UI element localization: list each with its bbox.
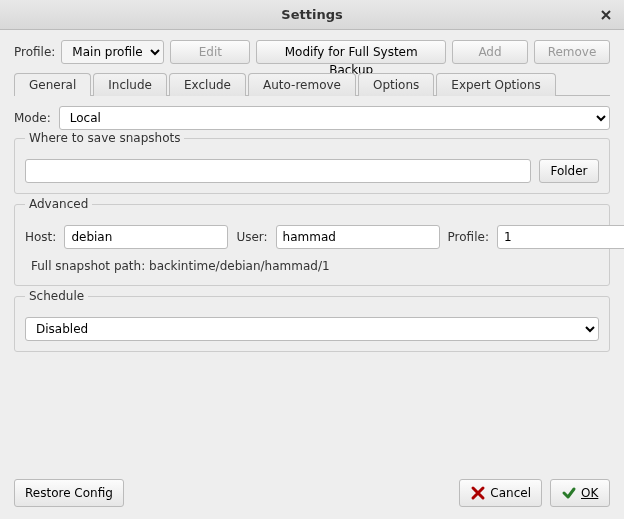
host-input[interactable]	[64, 225, 228, 249]
user-input[interactable]	[276, 225, 440, 249]
tab-include[interactable]: Include	[93, 73, 167, 96]
profile-id-input[interactable]	[497, 225, 624, 249]
modify-button[interactable]: Modify for Full System Backup	[256, 40, 446, 64]
window-title: Settings	[281, 7, 342, 22]
close-icon[interactable]	[598, 7, 614, 23]
ok-icon	[561, 485, 577, 501]
ok-label: OK	[581, 484, 598, 502]
restore-config-button[interactable]: Restore Config	[14, 479, 124, 507]
full-path-text: Full snapshot path: backintime/debian/ha…	[25, 257, 599, 275]
add-button[interactable]: Add	[452, 40, 528, 64]
tab-exclude[interactable]: Exclude	[169, 73, 246, 96]
tabbar: General Include Exclude Auto-remove Opti…	[0, 72, 624, 95]
profile-label: Profile:	[14, 45, 55, 59]
schedule-group: Schedule Disabled	[14, 296, 610, 352]
profile-select[interactable]: Main profile	[61, 40, 164, 64]
folder-button[interactable]: Folder	[539, 159, 599, 183]
host-label: Host:	[25, 230, 56, 244]
mode-select[interactable]: Local	[59, 106, 610, 130]
cancel-label: Cancel	[490, 484, 531, 502]
titlebar: Settings	[0, 0, 624, 30]
ok-button[interactable]: OK	[550, 479, 610, 507]
restore-config-label: Restore Config	[25, 484, 113, 502]
tab-auto-remove[interactable]: Auto-remove	[248, 73, 356, 96]
where-title: Where to save snapshots	[25, 131, 184, 145]
profile-id-label: Profile:	[448, 230, 489, 244]
schedule-title: Schedule	[25, 289, 88, 303]
tab-general[interactable]: General	[14, 73, 91, 96]
user-label: User:	[236, 230, 267, 244]
footer: Restore Config Cancel OK	[0, 469, 624, 519]
edit-button[interactable]: Edit	[170, 40, 250, 64]
tab-expert-options[interactable]: Expert Options	[436, 73, 555, 96]
advanced-title: Advanced	[25, 197, 92, 211]
remove-button[interactable]: Remove	[534, 40, 610, 64]
where-group: Where to save snapshots Folder	[14, 138, 610, 194]
mode-label: Mode:	[14, 111, 51, 125]
profile-toolbar: Profile: Main profile Edit Modify for Fu…	[0, 30, 624, 72]
cancel-button[interactable]: Cancel	[459, 479, 542, 507]
tab-options[interactable]: Options	[358, 73, 434, 96]
snapshot-path-input[interactable]	[25, 159, 531, 183]
cancel-icon	[470, 485, 486, 501]
schedule-select[interactable]: Disabled	[25, 317, 599, 341]
advanced-group: Advanced Host: User: Profile: Full snaps…	[14, 204, 610, 286]
tab-content: Mode: Local Where to save snapshots Fold…	[0, 96, 624, 372]
mode-row: Mode: Local	[14, 106, 610, 130]
